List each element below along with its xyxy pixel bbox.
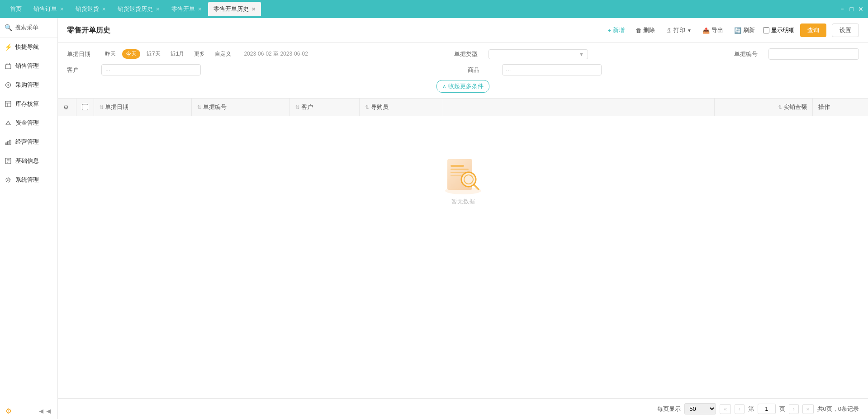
prev-page-btn[interactable]: ‹: [735, 404, 745, 414]
product-filter-label: 商品: [468, 66, 493, 74]
col-amount-label: 实销金额: [783, 104, 807, 110]
basic-info-icon: [5, 157, 12, 165]
col-guide[interactable]: ⇅ 导购员: [360, 99, 443, 116]
collapse-button[interactable]: ∧ 收起更多条件: [436, 80, 489, 93]
print-icon: 🖨: [666, 27, 672, 34]
tab-sales-return-close[interactable]: ✕: [102, 6, 106, 12]
tab-sales-return-history-close[interactable]: ✕: [156, 6, 160, 12]
sidebar-item-quick-nav[interactable]: ⚡ 快捷导航: [0, 38, 57, 56]
tab-retail-open[interactable]: 零售开单 ✕: [166, 2, 207, 16]
col-doc-no-sort-icon: ⇅: [197, 104, 201, 110]
svg-rect-4: [8, 141, 9, 145]
date-range-display: 2023-06-02 至 2023-06-02: [244, 50, 308, 58]
date-option-today[interactable]: 今天: [122, 49, 140, 59]
sidebar-search[interactable]: 🔍 搜索采单: [0, 18, 57, 38]
col-action: 操作: [813, 99, 868, 116]
export-button[interactable]: 📤 导出: [700, 24, 726, 36]
svg-rect-11: [451, 165, 464, 167]
tab-sales-order-label: 销售订单: [33, 5, 57, 13]
tab-sales-return-label: 销货退货: [76, 5, 99, 13]
display-detail-checkbox[interactable]: [763, 27, 769, 33]
content-area: 零售开单历史 + 新增 🗑 删除 🖨 打印 ▼ 📤 导出: [58, 18, 868, 419]
display-detail-toggle[interactable]: 显示明细: [763, 26, 795, 34]
tab-sales-return-history[interactable]: 销货退货历史 ✕: [112, 2, 165, 16]
sidebar-item-operations[interactable]: 经营管理: [0, 132, 57, 151]
tab-sales-return[interactable]: 销货退货 ✕: [70, 2, 111, 16]
col-customer-sort-icon: ⇅: [295, 104, 299, 110]
print-button[interactable]: 🖨 打印 ▼: [663, 24, 694, 36]
customer-input[interactable]: ···: [101, 64, 201, 75]
tab-retail-open-close[interactable]: ✕: [198, 6, 202, 12]
date-option-yesterday[interactable]: 昨天: [101, 49, 119, 59]
tab-home[interactable]: 首页: [5, 2, 27, 16]
collapse-icon: ∧: [442, 83, 446, 89]
setting-button[interactable]: 设置: [832, 24, 859, 37]
settings-icon[interactable]: ⚙: [5, 407, 12, 415]
inventory-icon: [5, 100, 12, 108]
query-button[interactable]: 查询: [800, 24, 826, 37]
tab-retail-open-history[interactable]: 零售开单历史 ✕: [208, 2, 261, 16]
date-option-1month[interactable]: 近1月: [167, 49, 188, 59]
col-customer[interactable]: ⇅ 客户: [290, 99, 360, 116]
delete-label: 删除: [643, 26, 655, 34]
purchase-mgmt-icon: [5, 81, 12, 89]
next-page-btn[interactable]: ›: [789, 404, 799, 414]
export-label: 导出: [711, 26, 723, 34]
sidebar-item-purchase-mgmt[interactable]: 采购管理: [0, 75, 57, 94]
sidebar-item-finance[interactable]: 资金管理: [0, 113, 57, 132]
add-button[interactable]: + 新增: [605, 24, 628, 36]
per-page-select[interactable]: 50 10 20 100: [684, 403, 716, 414]
tab-sales-order-close[interactable]: ✕: [60, 6, 64, 12]
collapse-sidebar-btn[interactable]: ◄◄: [38, 407, 52, 415]
sidebar-item-basic-info[interactable]: 基础信息: [0, 151, 57, 170]
svg-rect-13: [451, 172, 466, 173]
sidebar-item-quick-nav-label: 快捷导航: [15, 43, 39, 51]
sidebar-item-basic-info-label: 基础信息: [15, 157, 39, 165]
select-all-checkbox[interactable]: [82, 104, 88, 110]
print-arrow: ▼: [687, 28, 692, 33]
top-tabbar: 首页 销售订单 ✕ 销货退货 ✕ 销货退货历史 ✕ 零售开单 ✕ 零售开单历史 …: [0, 0, 868, 18]
maximize-btn[interactable]: □: [850, 5, 854, 13]
doc-type-select[interactable]: ▼: [489, 49, 588, 59]
window-controls: － □ ✕: [839, 5, 863, 13]
first-page-btn[interactable]: «: [720, 404, 731, 414]
col-guide-label: 导购员: [371, 104, 389, 110]
filter-row-1: 单据日期 昨天 今天 近7天 近1月 更多 自定义 2023-06-02 至 2…: [67, 48, 859, 60]
display-detail-label: 显示明细: [771, 26, 795, 34]
col-amount[interactable]: ⇅ 实销金额: [715, 99, 813, 116]
page-label-before: 第: [748, 405, 754, 413]
page-title: 零售开单历史: [67, 26, 110, 35]
date-option-custom[interactable]: 自定义: [211, 49, 235, 59]
last-page-btn[interactable]: »: [802, 404, 814, 414]
minimize-btn[interactable]: －: [839, 5, 845, 13]
tab-sales-order[interactable]: 销售订单 ✕: [28, 2, 69, 16]
pagination-bar: 每页显示 50 10 20 100 « ‹ 第 页 › » 共0页，0条记录: [58, 398, 868, 419]
svg-rect-5: [9, 140, 11, 145]
col-doc-no[interactable]: ⇅ 单据编号: [192, 99, 290, 116]
sidebar-bottom: ⚙ ◄◄: [0, 403, 57, 419]
close-btn[interactable]: ✕: [858, 5, 863, 13]
date-options: 昨天 今天 近7天 近1月 更多 自定义: [101, 49, 235, 59]
refresh-button[interactable]: 🔄 刷新: [731, 24, 758, 36]
date-option-more[interactable]: 更多: [190, 49, 209, 59]
delete-button[interactable]: 🗑 删除: [633, 24, 658, 36]
page-number-input[interactable]: [758, 404, 776, 414]
page-label-after: 页: [779, 405, 785, 413]
product-input[interactable]: ···: [502, 64, 602, 75]
finance-icon: [5, 119, 12, 127]
tab-retail-open-history-close[interactable]: ✕: [251, 6, 256, 12]
empty-text: 暂无数据: [451, 198, 475, 206]
doc-no-input[interactable]: [768, 48, 859, 60]
col-doc-date[interactable]: ⇅ 单据日期: [94, 99, 192, 116]
col-gear[interactable]: ⚙: [58, 99, 76, 116]
sidebar-item-system[interactable]: 系统管理: [0, 170, 57, 189]
sidebar-item-inventory[interactable]: 库存核算: [0, 94, 57, 113]
add-label: 新增: [613, 26, 625, 34]
sidebar-item-sales-mgmt[interactable]: 销售管理: [0, 56, 57, 75]
add-icon: +: [608, 27, 612, 34]
date-option-7days[interactable]: 近7天: [143, 49, 164, 59]
col-doc-date-label: 单据日期: [105, 104, 128, 110]
col-customer-label: 客户: [301, 104, 313, 110]
data-table: ⚙ ⇅ 单据日期 ⇅ 单据编号: [58, 99, 868, 242]
col-spacer: [443, 99, 715, 116]
